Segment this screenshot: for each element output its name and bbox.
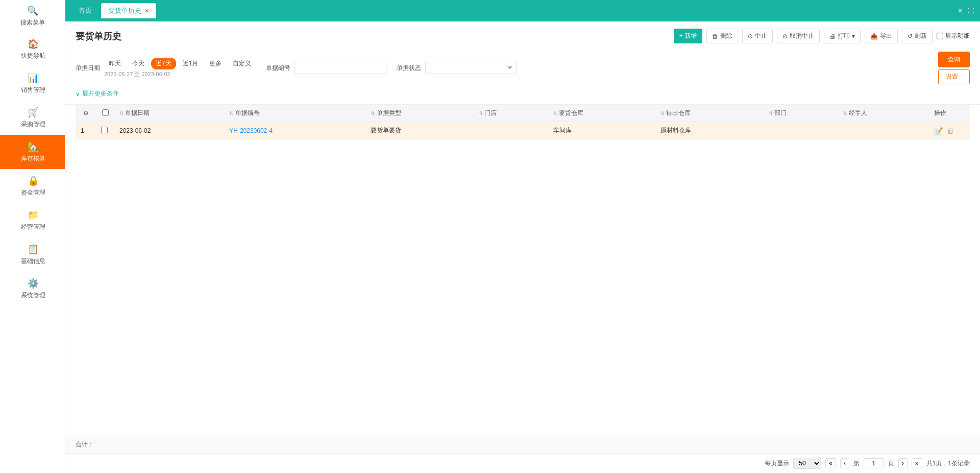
tab-requisition-history[interactable]: 要货单历史 ✕ — [101, 3, 156, 18]
display-detail-toggle[interactable]: 显示明细 — [937, 32, 970, 40]
doc-no-link[interactable]: YH-20230602-4 — [229, 127, 273, 134]
date-range-display: 2023-05-27 至 2023-06-02 — [104, 70, 256, 78]
th-pending-warehouse: ⇅ 待出仓库 — [655, 105, 764, 122]
delete-button[interactable]: 🗑 删除 — [706, 29, 738, 43]
sidebar-item-inventory[interactable]: 🏡 库存核算 — [0, 135, 65, 169]
sidebar-item-quick-nav[interactable]: 🏠 快捷导航 — [0, 32, 65, 66]
display-detail-checkbox[interactable] — [937, 33, 943, 39]
print-icon: 🖨 — [829, 33, 836, 40]
query-button[interactable]: 查询 — [938, 52, 970, 67]
window-resize-icon[interactable]: ⛶ — [968, 7, 974, 14]
sidebar-item-label: 销售管理 — [21, 86, 45, 94]
sidebar-item-label: 系统管理 — [21, 291, 45, 300]
sidebar-item-operations[interactable]: 📁 经营管理 — [0, 203, 65, 238]
doc-no-filter-group: 单据编号 — [266, 62, 386, 74]
settings-icon[interactable]: ⚙ — [83, 110, 89, 117]
settings-button[interactable]: 设置 — [938, 69, 970, 84]
tab-requisition-label: 要货单历史 — [108, 6, 141, 15]
row-delete-icon[interactable]: 🗑 — [947, 127, 954, 135]
sidebar-item-label: 库存核算 — [21, 154, 45, 163]
doc-status-select[interactable] — [425, 62, 517, 74]
sidebar-item-basic-info[interactable]: 📋 基础信息 — [0, 238, 65, 272]
row-department — [764, 122, 838, 139]
table-area: ⚙ ⇅ 单据日期 ⇅ 单据编号 — [65, 105, 980, 436]
row-checkbox[interactable] — [96, 122, 114, 139]
th-department: ⇅ 部门 — [764, 105, 838, 122]
date-btn-more[interactable]: 更多 — [205, 58, 226, 69]
th-doc-type: ⇅ 单据类型 — [365, 105, 474, 122]
sort-icon: ⇅ — [371, 110, 375, 116]
window-close-icon[interactable]: ✕ — [958, 7, 963, 14]
doc-status-filter-group: 单据状态 — [397, 62, 517, 74]
pagination: 每页显示 50 10 20 100 « ‹ 第 页 › » 共1页，1条记录 — [65, 453, 980, 473]
sort-icon: ⇅ — [660, 110, 665, 116]
last-page-button[interactable]: » — [912, 458, 922, 468]
date-btn-recent-month[interactable]: 近1月 — [178, 58, 203, 69]
sidebar-item-finance[interactable]: 🔒 资金管理 — [0, 169, 65, 203]
page-title: 要货单历史 — [76, 30, 121, 42]
lock-icon: 🔒 — [28, 175, 39, 186]
prev-page-button[interactable]: ‹ — [840, 458, 849, 468]
page-number-input[interactable] — [864, 458, 884, 468]
first-page-button[interactable]: « — [825, 458, 836, 468]
doc-status-label: 单据状态 — [397, 64, 421, 73]
sort-icon: ⇅ — [479, 110, 483, 116]
sidebar-item-purchase[interactable]: 🛒 采购管理 — [0, 101, 65, 135]
sort-icon: ⇅ — [843, 110, 847, 116]
doc-no-input[interactable] — [295, 62, 386, 74]
sidebar-item-label: 经营管理 — [21, 223, 45, 231]
sidebar: 🔍 搜索菜单 🏠 快捷导航 📊 销售管理 🛒 采购管理 🏡 库存核算 🔒 资金管… — [0, 0, 65, 473]
select-all-checkbox[interactable] — [102, 109, 109, 116]
th-checkbox — [96, 105, 114, 122]
date-btn-recent7[interactable]: 近7天 — [151, 58, 176, 69]
main-area: 首页 要货单历史 ✕ ✕ ⛶ 要货单历史 + 新增 🗑 删除 ⊘ 中止 — [65, 0, 980, 473]
topbar-right: ✕ ⛶ — [958, 7, 974, 14]
row-doc-no[interactable]: YH-20230602-4 — [224, 122, 365, 139]
th-req-warehouse: ⇅ 要货仓库 — [548, 105, 655, 122]
sort-icon: ⇅ — [229, 110, 233, 116]
refresh-icon: ↺ — [908, 33, 913, 40]
row-select-checkbox[interactable] — [101, 127, 108, 133]
export-button[interactable]: 📤 导出 — [865, 29, 898, 43]
th-store: ⇅ 门店 — [474, 105, 548, 122]
date-btn-today[interactable]: 今天 — [128, 58, 149, 69]
row-doc-date: 2023-06-02 — [114, 122, 224, 139]
page-header: 要货单历史 + 新增 🗑 删除 ⊘ 中止 ⊘ 取消中止 🖨 打印 — [65, 21, 980, 48]
new-button[interactable]: + 新增 — [674, 29, 702, 43]
print-button[interactable]: 🖨 打印 ▾ — [824, 29, 861, 43]
expand-more-btn[interactable]: ∨ 展开更多条件 — [76, 87, 970, 100]
refresh-button[interactable]: ↺ 刷新 — [902, 29, 933, 43]
total-info: 共1页，1条记录 — [926, 459, 970, 468]
cart-icon: 🛒 — [28, 107, 39, 118]
page-size-label: 每页显示 — [765, 459, 789, 468]
sort-icon: ⇅ — [769, 110, 773, 116]
stop-button[interactable]: ⊘ 中止 — [742, 29, 773, 43]
topbar: 首页 要货单历史 ✕ ✕ ⛶ — [65, 0, 980, 21]
sidebar-item-sales[interactable]: 📊 销售管理 — [0, 66, 65, 101]
sidebar-search[interactable]: 🔍 搜索菜单 — [0, 0, 65, 32]
row-pending-warehouse: 原材料仓库 — [655, 122, 764, 139]
tab-close-icon[interactable]: ✕ — [144, 8, 149, 14]
folder-icon: 📁 — [28, 209, 39, 221]
next-page-button[interactable]: › — [898, 458, 908, 468]
th-doc-date: ⇅ 单据日期 — [114, 105, 224, 122]
cancel-stop-button[interactable]: ⊘ 取消中止 — [777, 29, 820, 43]
date-filter-group: 单据日期 昨天 今天 近7天 近1月 更多 自定义 2023-05-27 至 2… — [76, 58, 256, 78]
page-size-select[interactable]: 50 10 20 100 — [793, 458, 821, 469]
doc-no-label: 单据编号 — [266, 64, 290, 73]
sidebar-item-label: 采购管理 — [21, 120, 45, 129]
tab-home[interactable]: 首页 — [71, 3, 99, 18]
date-btn-yesterday[interactable]: 昨天 — [104, 58, 126, 69]
row-edit-icon[interactable]: 📝 — [934, 127, 943, 135]
date-buttons: 昨天 今天 近7天 近1月 更多 自定义 — [104, 58, 256, 69]
row-index: 1 — [76, 122, 96, 139]
page-label: 第 — [853, 459, 860, 468]
chart-icon: 📊 — [28, 73, 39, 84]
content-area: 要货单历史 + 新增 🗑 删除 ⊘ 中止 ⊘ 取消中止 🖨 打印 — [65, 21, 980, 473]
sidebar-search-label: 搜索菜单 — [20, 18, 45, 27]
stop-icon: ⊘ — [748, 33, 753, 40]
sidebar-item-system[interactable]: ⚙️ 系统管理 — [0, 272, 65, 306]
row-req-warehouse: 车间库 — [548, 122, 655, 139]
date-btn-custom[interactable]: 自定义 — [228, 58, 256, 69]
th-handler: ⇅ 经手人 — [838, 105, 929, 122]
